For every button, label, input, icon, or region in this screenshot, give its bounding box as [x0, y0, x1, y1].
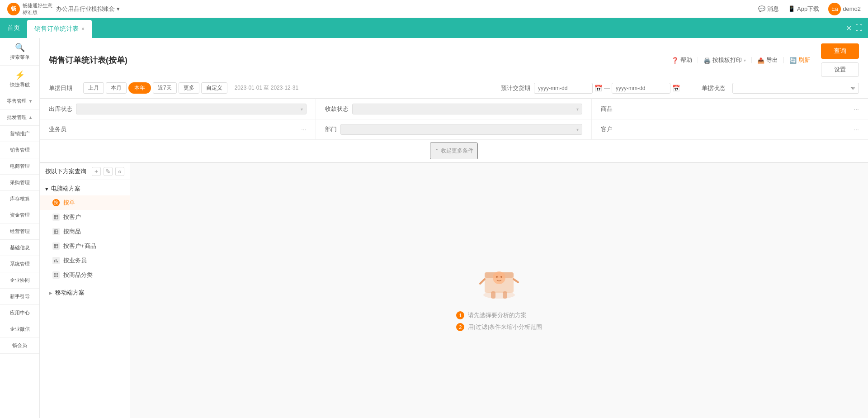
edit-scheme-btn[interactable]: ✎ [104, 167, 113, 176]
salesperson-cell: 业务员 ··· [40, 119, 316, 139]
empty-hints: 1 请先选择要分析的方案 2 用[过滤]条件来缩小分析范围 [456, 311, 542, 331]
sidebar-item-inventory[interactable]: 库存核算 [0, 191, 39, 207]
filter-row-3: 业务员 ··· 部门 ▾ 客户 ··· [40, 119, 868, 139]
sidebar-item-appcenter[interactable]: 应用中心 [0, 305, 39, 321]
scheme-icon-customer [52, 214, 60, 221]
sidebar-item-quicknav[interactable]: ⚡ 快捷导航 [0, 66, 39, 93]
scheme-item-by-order[interactable]: 按 按单 [40, 195, 130, 210]
status-select[interactable] [732, 83, 859, 94]
customer-input[interactable] [616, 126, 850, 133]
date-custom-btn[interactable]: 自定义 [201, 82, 227, 94]
date-more-btn[interactable]: 更多 [179, 82, 199, 94]
chevron-down-group-icon: ▾ [45, 185, 48, 192]
svg-rect-15 [54, 276, 56, 277]
main-data-area: 1 请先选择要分析的方案 2 用[过滤]条件来缩小分析范围 [130, 163, 868, 418]
delivery-select[interactable] [76, 104, 307, 114]
collapse-filters-btn[interactable]: ⌃ 收起更多条件 [430, 142, 478, 159]
customer-cell: 客户 ··· [592, 119, 868, 139]
query-btn[interactable]: 查询 [821, 43, 859, 59]
goods-input[interactable] [616, 106, 850, 112]
salesperson-label: 业务员 [49, 125, 66, 133]
customer-dots-btn[interactable]: ··· [854, 126, 859, 133]
department-label: 部门 [325, 125, 337, 133]
date-last7days-btn[interactable]: 近7天 [153, 82, 177, 94]
scheme-item-by-cust-goods[interactable]: 按客户+商品 [40, 239, 130, 253]
date-this-month-btn[interactable]: 本月 [106, 82, 127, 94]
app-download-btn[interactable]: 📱 App下载 [788, 5, 819, 13]
svg-line-23 [480, 279, 485, 284]
svg-point-20 [493, 271, 505, 284]
scheme-item-by-sales[interactable]: 按业务员 [40, 253, 130, 268]
salesperson-dots-btn[interactable]: ··· [301, 126, 307, 133]
svg-rect-3 [54, 230, 58, 233]
payment-label: 收款状态 [325, 105, 349, 113]
payment-select[interactable] [352, 104, 583, 114]
scheme-group-mobile-title[interactable]: ▶ 移动端方案 [40, 286, 130, 299]
print-icon: 🖨️ [703, 57, 711, 64]
export-btn[interactable]: 📤 导出 [757, 56, 778, 64]
filter-extended: 出库状态 ▾ 收款状态 ▾ [40, 99, 868, 162]
divider2 [751, 57, 752, 63]
sidebar-item-finance[interactable]: 资金管理 [0, 207, 39, 223]
tab-close-window-btn[interactable]: ✕ [846, 24, 852, 33]
tab-close-btn[interactable]: × [81, 26, 85, 32]
sidebar-item-purchase[interactable]: 采购管理 [0, 175, 39, 191]
top-bar-right: 💬 消息 📱 App下载 Ea demo2 [758, 3, 861, 15]
sidebar-item-member[interactable]: 畅会员 [0, 337, 39, 354]
scheme-item-by-category[interactable]: 按商品分类 [40, 268, 130, 282]
page-header-top: 销售订单统计表(按单) ❓ 帮助 🖨️ 按模板打印 ▾ 📤 [49, 43, 859, 82]
department-select[interactable] [340, 124, 583, 135]
sidebar-item-system[interactable]: 系统管理 [0, 256, 39, 272]
tab-active[interactable]: 销售订单统计表 × [27, 20, 92, 38]
sidebar-item-search[interactable]: 🔍 搜索菜单 [0, 38, 39, 66]
sidebar-item-sales[interactable]: 销售管理 [0, 142, 39, 158]
add-scheme-btn[interactable]: + [92, 167, 101, 176]
scheme-group-desktop-title[interactable]: ▾ 电脑端方案 [40, 182, 130, 195]
page-title: 销售订单统计表(按单) [49, 55, 127, 66]
sidebar-item-basic[interactable]: 基础信息 [0, 240, 39, 256]
date-range-display: 2023-01-01 至 2023-12-31 [235, 84, 298, 92]
expected-date-from[interactable] [534, 83, 593, 94]
chevron-down-icon: ▼ [28, 99, 33, 104]
sidebar-item-wholesale[interactable]: 批发管理 ▲ [0, 109, 39, 126]
tab-expand-btn[interactable]: ⛶ [855, 24, 863, 32]
sidebar-item-management[interactable]: 经营管理 [0, 223, 39, 240]
top-bar: 畅 畅捷通好生意 标准版 办公用品行业模拟账套 ▾ 💬 消息 📱 App下载 E… [0, 0, 868, 18]
sidebar-item-wechat[interactable]: 企业微信 [0, 321, 39, 337]
goods-dots-btn[interactable]: ··· [854, 105, 859, 113]
date-this-year-btn[interactable]: 本年 [128, 82, 151, 94]
tab-home[interactable]: 首页 [0, 18, 27, 38]
svg-point-22 [500, 276, 502, 278]
left-panel-header: 按以下方案查询 + ✎ « [40, 163, 130, 180]
user-menu[interactable]: Ea demo2 [828, 3, 861, 15]
sidebar-item-collab[interactable]: 企业协同 [0, 272, 39, 289]
goods-cell: 商品 ··· [592, 99, 868, 119]
svg-rect-0 [54, 215, 58, 219]
sidebar-item-retail[interactable]: 零售管理 ▼ [0, 93, 39, 109]
scheme-item-by-goods[interactable]: 按商品 [40, 224, 130, 239]
sidebar-item-newbie[interactable]: 新手引导 [0, 289, 39, 305]
hint-num-2: 2 [456, 323, 464, 331]
sidebar-item-ecommerce[interactable]: 电商管理 [0, 158, 39, 175]
print-btn[interactable]: 🖨️ 按模板打印 ▾ [703, 56, 746, 64]
help-btn[interactable]: ❓ 帮助 [671, 56, 692, 64]
collapse-row: ⌃ 收起更多条件 [40, 139, 868, 162]
message-btn[interactable]: 💬 消息 [758, 5, 779, 13]
middle-area: 按以下方案查询 + ✎ « ▾ 电脑端方案 按 按单 [40, 162, 868, 418]
empty-state: 1 请先选择要分析的方案 2 用[过滤]条件来缩小分析范围 [456, 250, 542, 331]
scheme-icon-sales [52, 257, 60, 264]
filter-row-1: 单据日期 上月 本月 本年 近7天 更多 自定义 2023-01-01 至 20… [49, 82, 859, 98]
date-last-month-btn[interactable]: 上月 [83, 82, 104, 94]
scheme-item-by-customer[interactable]: 按客户 [40, 210, 130, 224]
logo-text: 畅捷通好生意 标准版 [23, 2, 52, 15]
svg-point-21 [496, 276, 498, 278]
refresh-btn[interactable]: 🔄 刷新 [789, 56, 810, 64]
svg-rect-26 [503, 291, 507, 299]
logo-icon: 畅 [7, 3, 20, 15]
salesperson-input[interactable] [70, 126, 297, 133]
date-filter-label: 单据日期 [49, 84, 76, 92]
sidebar-item-marketing[interactable]: 营销推广 [0, 126, 39, 142]
collapse-panel-btn[interactable]: « [115, 167, 124, 176]
expected-date-to[interactable] [612, 83, 670, 94]
settings-btn[interactable]: 设置 [821, 62, 859, 77]
